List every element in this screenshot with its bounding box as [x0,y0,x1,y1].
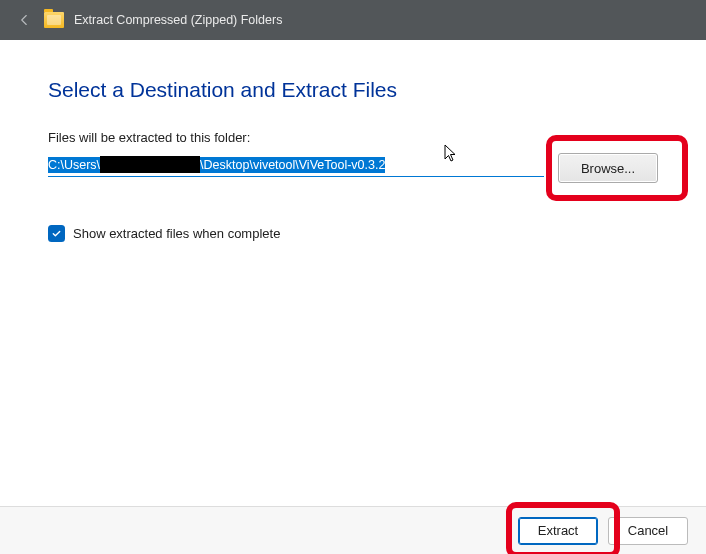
destination-label: Files will be extracted to this folder: [48,130,658,145]
checkbox-icon [48,225,65,242]
page-heading: Select a Destination and Extract Files [48,78,658,102]
path-prefix: C:\Users\ [48,157,100,173]
destination-path-input[interactable]: C:\Users\\Desktop\vivetool\ViVeTool-v0.3… [48,153,544,177]
redacted-username [100,156,200,173]
browse-button[interactable]: Browse... [558,153,658,183]
titlebar: Extract Compressed (Zipped) Folders [0,0,706,40]
dialog-footer: Extract Cancel [0,506,706,554]
dialog-content: Select a Destination and Extract Files F… [0,40,706,506]
checkbox-label: Show extracted files when complete [73,226,280,241]
back-button[interactable] [12,8,36,32]
cancel-button[interactable]: Cancel [608,517,688,545]
show-extracted-checkbox[interactable]: Show extracted files when complete [48,225,658,242]
path-suffix: \Desktop\vivetool\ViVeTool-v0.3.2 [200,157,385,173]
extract-button[interactable]: Extract [518,517,598,545]
zipped-folder-icon [44,12,64,28]
window-title: Extract Compressed (Zipped) Folders [74,13,282,27]
